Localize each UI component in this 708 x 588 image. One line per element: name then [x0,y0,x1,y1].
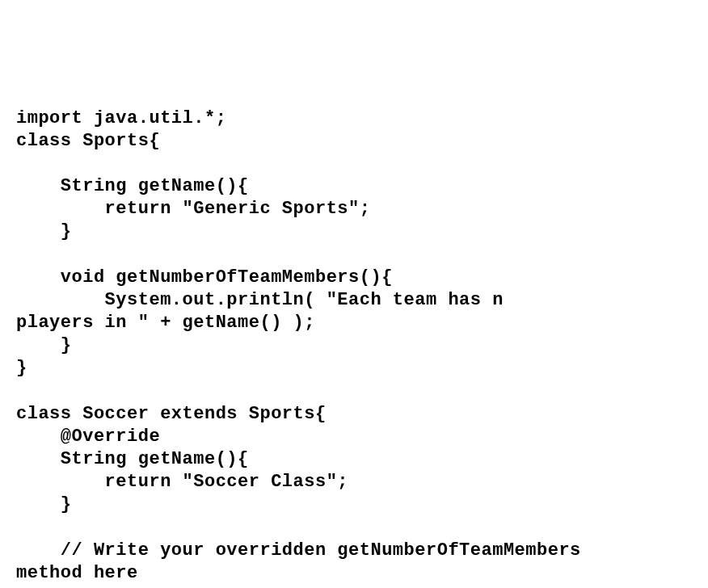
code-line: } [16,494,72,514]
code-line: return "Soccer Class"; [16,472,348,492]
code-line: } [16,221,72,242]
code-line: } [16,335,72,355]
code-line: // Write your overridden getNumberOfTeam… [16,540,581,561]
code-snippet: import java.util.*; class Sports{ String… [16,107,692,588]
code-line: players in " + getName() ); [16,313,315,333]
code-line: } [16,358,27,378]
code-line: String getName(){ [16,176,249,196]
code-line: class Sports{ [16,131,160,151]
code-line: void getNumberOfTeamMembers(){ [16,267,393,288]
code-line: String getName(){ [16,449,249,469]
code-line: return "Generic Sports"; [16,199,370,219]
code-line: class Soccer extends Sports{ [16,404,327,424]
code-line: method here [16,563,138,583]
code-line: System.out.println( "Each team has n [16,290,504,310]
code-line: @Override [16,426,160,447]
code-line: import java.util.*; [16,108,226,128]
